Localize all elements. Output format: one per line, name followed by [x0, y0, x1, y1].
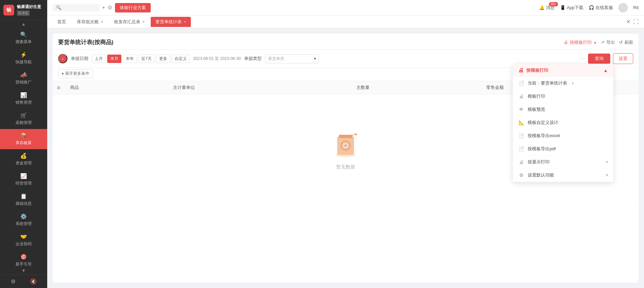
export-icon: ↗ [601, 40, 605, 45]
dropdown-template-preview[interactable]: 👁 模板预览 [513, 103, 613, 116]
print-btn[interactable]: 🖨 按模板打印 ▲ [564, 39, 597, 45]
excel-icon: 📄 [518, 133, 524, 138]
dropdown-export-pdf[interactable]: 📄 按模板导出pdf [513, 142, 613, 156]
user-avatar[interactable] [618, 3, 628, 12]
order-type-select[interactable]: 要货单类 ▾ [265, 54, 319, 63]
dropdown-header[interactable]: 🖨 按模板打印 ▲ [513, 64, 613, 77]
username-label[interactable]: Rit [633, 5, 639, 10]
filter-expand-btn[interactable]: › [58, 54, 67, 63]
col-product: 商品 [66, 81, 169, 94]
sidebar-item-collab[interactable]: 🤝 企业协同 [0, 230, 47, 250]
settings-btn[interactable]: 设置 [613, 53, 633, 64]
date-buttons: 上月 本月 本年 近7天 更多 自定义 [92, 55, 190, 63]
pdf-icon: 📄 [518, 146, 524, 152]
dropdown-display-print[interactable]: 🖨 按显示打印 ▾ [513, 156, 613, 169]
topbar-app-download[interactable]: 📱 App下载 [560, 5, 583, 11]
window-close-icon[interactable]: ✕ [626, 19, 631, 25]
tab-close-batch-account[interactable]: × [101, 20, 103, 24]
sidebar-item-finance[interactable]: 💰 资金管理 [0, 149, 47, 169]
tab-close-requisition-stats[interactable]: × [184, 20, 186, 24]
date-btn-7days[interactable]: 近7天 [138, 55, 155, 63]
dropdown-current-item[interactable]: 📄 当前：要货单统计表 ▾ [513, 77, 613, 90]
sidebar-bottom: ⚙ 🔇 [0, 275, 47, 288]
logo-text: 畅康通好生意 标准版 [17, 4, 41, 16]
sidebar-item-system[interactable]: ⚙️ 系统管理 [0, 210, 47, 230]
table-column-settings-icon[interactable]: ⚙ [57, 85, 61, 90]
notification-badge: 99+ [549, 2, 558, 6]
print-item-icon: 🖨 [518, 94, 524, 99]
chart-icon: 📊 [20, 92, 27, 98]
topbar-chevron-icon[interactable]: ▾ [103, 5, 105, 10]
sidebar: 畅 畅康通好生意 标准版 ▲ 🔍 搜索菜单 ⚡ 快捷导航 📣 营销推广 📊 销售… [0, 0, 47, 288]
sidebar-mute-btn[interactable]: 🔇 [30, 278, 37, 285]
page-title: 要货单统计表(按商品) [58, 38, 113, 46]
sidebar-item-marketing[interactable]: 📣 营销推广 [0, 68, 47, 89]
export-btn[interactable]: ↗ 导出 [601, 39, 615, 45]
clipboard-icon: 📋 [20, 193, 27, 199]
dropdown-default-func[interactable]: ⚙ 设置默认功能 ▾ [513, 169, 613, 182]
svg-point-7 [355, 133, 357, 135]
order-type-placeholder: 要货单类 [268, 56, 284, 62]
tab-batch-account[interactable]: 库存批次账 × [72, 17, 108, 27]
design-item-icon: 📐 [518, 120, 524, 125]
topbar-search-input[interactable] [63, 5, 90, 10]
expand-chevron-icon: ▾ [62, 71, 64, 76]
topbar-online-service[interactable]: 🎧 在线客服 [589, 5, 613, 11]
default-func-left: ⚙ 设置默认功能 [518, 172, 554, 178]
topbar-notifications[interactable]: 🔔 消息 99+ [539, 5, 555, 11]
print-chevron-icon: ▲ [593, 40, 597, 44]
default-func-chevron-icon: ▾ [606, 173, 608, 178]
sidebar-item-quick-nav[interactable]: ⚡ 快捷导航 [0, 48, 47, 68]
query-btn[interactable]: 查询 [588, 54, 610, 64]
sidebar-item-purchase[interactable]: 🛒 采购管理 [0, 109, 47, 129]
sidebar-scroll-up[interactable]: ▲ [0, 20, 47, 28]
main-area: 🔍 ▾ ⚙ 体验行业方案 🔔 消息 99+ 📱 App下载 🎧 在线客服 Rit [47, 0, 644, 288]
display-print-icon: 🖨 [518, 159, 524, 165]
refresh-icon: ↺ [619, 40, 623, 45]
topbar-left: 🔍 ▾ ⚙ 体验行业方案 [53, 3, 535, 12]
date-btn-current-year[interactable]: 本年 [123, 55, 137, 63]
printer-header-icon: 🖨 [518, 67, 524, 73]
display-print-chevron-icon: ▾ [606, 160, 608, 164]
sidebar-scroll-down[interactable]: ▼ [0, 267, 47, 275]
megaphone-icon: 📣 [20, 72, 27, 78]
more-options-icon[interactable]: ··· [581, 56, 585, 62]
date-filter-label: 单据日期 [71, 56, 88, 62]
dropdown-collapse-icon[interactable]: ▲ [603, 68, 608, 73]
sidebar-item-sales[interactable]: 📊 销售管理 [0, 89, 47, 109]
date-btn-custom[interactable]: 自定义 [172, 55, 190, 63]
dropdown-template-design[interactable]: 📐 模板自定义设计 [513, 116, 613, 129]
printer-icon: 🖨 [564, 40, 568, 45]
search-icon: 🔍 [20, 31, 27, 38]
tab-home[interactable]: 首页 [53, 17, 71, 27]
display-print-left: 🖨 按显示打印 [518, 159, 550, 165]
expand-more-btn[interactable]: ▾ 展开更多条件 [58, 69, 93, 78]
bell-icon: 🔔 [539, 5, 545, 10]
select-chevron-icon: ▾ [314, 56, 316, 61]
print-dropdown-menu: 🖨 按模板打印 ▲ 📄 当前：要货单统计表 ▾ 🖨 模板打印 👁 模板预览 📐 [513, 64, 614, 182]
tab-close-receivable-summary[interactable]: × [142, 20, 145, 24]
dropdown-export-excel[interactable]: 📄 按模板导出excel [513, 129, 613, 142]
trial-btn[interactable]: 体验行业方案 [115, 3, 151, 12]
tab-requisition-stats[interactable]: 要货单统计表 × [151, 17, 191, 27]
date-btn-prev-month[interactable]: 上月 [92, 55, 106, 63]
topbar-gear-icon[interactable]: ⚙ [108, 4, 112, 11]
order-type-label: 单据类型 [244, 56, 262, 62]
sidebar-item-guide[interactable]: 🎯 新手引导 [0, 250, 47, 267]
tab-window-controls: ✕ ⛶ [626, 19, 639, 25]
current-icon: 📄 [518, 81, 524, 86]
sidebar-item-inventory[interactable]: 📦 库存核算 [0, 129, 47, 149]
window-maximize-icon[interactable]: ⛶ [633, 19, 639, 25]
svg-rect-2 [339, 135, 352, 138]
content-area: 要货单统计表(按商品) 🖨 按模板打印 ▲ ↗ 导出 ↺ 刷新 [47, 28, 644, 288]
date-btn-more[interactable]: 更多 [156, 55, 170, 63]
sidebar-settings-btn[interactable]: ⚙ [11, 278, 16, 285]
sidebar-item-search[interactable]: 🔍 搜索菜单 [0, 28, 47, 48]
dropdown-template-print[interactable]: 🖨 模板打印 [513, 90, 613, 103]
sidebar-item-operation[interactable]: 📈 经营管理 [0, 169, 47, 190]
tab-receivable-summary[interactable]: 收发存汇总表 × [109, 17, 149, 27]
sidebar-item-basic[interactable]: 📋 基础信息 [0, 190, 47, 210]
date-btn-current-month[interactable]: 本月 [107, 55, 121, 63]
phone-icon: 📱 [560, 5, 565, 10]
refresh-btn[interactable]: ↺ 刷新 [619, 39, 633, 45]
